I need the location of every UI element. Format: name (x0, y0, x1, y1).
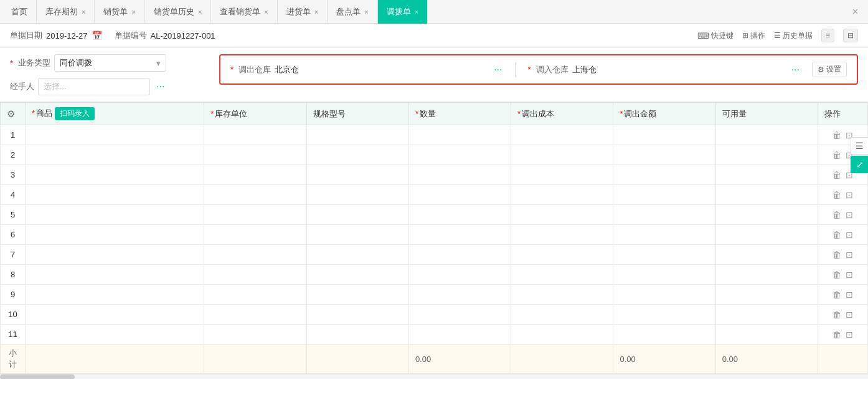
tab-view-sales-close[interactable]: × (264, 8, 268, 16)
copy-icon-7[interactable]: ⊡ (846, 250, 853, 260)
tab-transfer[interactable]: 调拨单 × (378, 0, 428, 24)
available-cell-10[interactable] (715, 305, 818, 325)
settings-button[interactable]: ⚙ 设置 (812, 62, 847, 77)
tab-purchase-order[interactable]: 进货单 × (278, 0, 328, 24)
available-cell-3[interactable] (715, 165, 818, 185)
qty-cell-3[interactable] (408, 165, 511, 185)
transfer-amount-cell-9[interactable] (613, 285, 715, 305)
tab-view-sales[interactable]: 查看销货单 × (211, 0, 277, 24)
spec-cell-6[interactable] (306, 225, 408, 245)
business-type-select[interactable]: 同价调拨 ▾ (54, 54, 166, 72)
qty-cell-6[interactable] (408, 225, 511, 245)
product-cell-7[interactable] (26, 245, 204, 265)
unit-cell-6[interactable] (204, 225, 306, 245)
unit-cell-8[interactable] (204, 265, 306, 285)
tab-sales-history-close[interactable]: × (198, 8, 202, 16)
transfer-cost-cell-2[interactable] (511, 145, 613, 165)
transfer-cost-cell-7[interactable] (511, 245, 613, 265)
delete-icon-9[interactable]: 🗑 (833, 290, 841, 300)
copy-icon-11[interactable]: ⊡ (846, 330, 853, 340)
delete-icon-11[interactable]: 🗑 (833, 330, 841, 340)
transfer-cost-cell-4[interactable] (511, 185, 613, 205)
delete-icon-5[interactable]: 🗑 (833, 210, 841, 220)
tab-inventory-init-close[interactable]: × (82, 8, 85, 16)
transfer-cost-cell-3[interactable] (511, 165, 613, 185)
delete-icon-8[interactable]: 🗑 (833, 270, 841, 280)
right-panel-list-btn[interactable]: ☰ (851, 137, 868, 155)
tab-inventory-init[interactable]: 库存期初 × (37, 0, 95, 24)
spec-cell-3[interactable] (306, 165, 408, 185)
qty-cell-4[interactable] (408, 185, 511, 205)
delete-icon-4[interactable]: 🗑 (833, 190, 841, 200)
product-cell-6[interactable] (26, 225, 204, 245)
transfer-cost-cell-9[interactable] (511, 285, 613, 305)
delete-icon-3[interactable]: 🗑 (833, 170, 841, 180)
transfer-amount-cell-6[interactable] (613, 225, 715, 245)
available-cell-2[interactable] (715, 145, 818, 165)
transfer-cost-cell-6[interactable] (511, 225, 613, 245)
qty-cell-10[interactable] (408, 305, 511, 325)
product-cell-5[interactable] (26, 205, 204, 225)
tab-sales-order-close[interactable]: × (131, 8, 135, 16)
transfer-cost-cell-10[interactable] (511, 305, 613, 325)
spec-cell-9[interactable] (306, 285, 408, 305)
product-cell-4[interactable] (26, 185, 204, 205)
spec-cell-11[interactable] (306, 325, 408, 345)
qty-cell-8[interactable] (408, 265, 511, 285)
delete-icon-7[interactable]: 🗑 (833, 250, 841, 260)
product-cell-11[interactable] (26, 325, 204, 345)
product-cell-8[interactable] (26, 265, 204, 285)
layout-btn-1[interactable]: ≡ (821, 29, 834, 42)
gear-column-header[interactable]: ⚙ (1, 103, 26, 125)
qty-cell-7[interactable] (408, 245, 511, 265)
spec-cell-8[interactable] (306, 265, 408, 285)
unit-cell-5[interactable] (204, 205, 306, 225)
tab-stocktake[interactable]: 盘点单 × (328, 0, 377, 24)
available-cell-8[interactable] (715, 265, 818, 285)
product-cell-10[interactable] (26, 305, 204, 325)
available-cell-9[interactable] (715, 285, 818, 305)
spec-cell-10[interactable] (306, 305, 408, 325)
right-panel-expand-btn[interactable]: ⤢ (851, 156, 868, 173)
available-cell-11[interactable] (715, 325, 818, 345)
copy-icon-4[interactable]: ⊡ (846, 190, 853, 200)
transfer-cost-cell-1[interactable] (511, 125, 613, 145)
copy-icon-6[interactable]: ⊡ (846, 230, 853, 240)
product-cell-2[interactable] (26, 145, 204, 165)
available-cell-7[interactable] (715, 245, 818, 265)
delete-icon-6[interactable]: 🗑 (833, 230, 841, 240)
transfer-cost-cell-8[interactable] (511, 265, 613, 285)
qty-cell-11[interactable] (408, 325, 511, 345)
horizontal-scrollbar[interactable] (0, 374, 868, 379)
tab-stocktake-close[interactable]: × (364, 8, 368, 16)
copy-icon-5[interactable]: ⊡ (846, 210, 853, 220)
available-cell-4[interactable] (715, 185, 818, 205)
spec-cell-7[interactable] (306, 245, 408, 265)
unit-cell-4[interactable] (204, 185, 306, 205)
table-settings-icon[interactable]: ⚙ (7, 108, 15, 119)
wh-out-more-icon[interactable]: ··· (494, 64, 502, 75)
qty-cell-1[interactable] (408, 125, 511, 145)
product-cell-9[interactable] (26, 285, 204, 305)
calendar-icon[interactable]: 📅 (92, 31, 102, 40)
qty-cell-9[interactable] (408, 285, 511, 305)
qty-cell-5[interactable] (408, 205, 511, 225)
transfer-cost-cell-5[interactable] (511, 205, 613, 225)
history-button[interactable]: ☰ 历史单据 (774, 31, 813, 41)
scan-button[interactable]: 扫码录入 (55, 107, 95, 120)
transfer-amount-cell-10[interactable] (613, 305, 715, 325)
spec-cell-4[interactable] (306, 185, 408, 205)
transfer-amount-cell-1[interactable] (613, 125, 715, 145)
tab-sales-order[interactable]: 销货单 × (95, 0, 144, 24)
copy-icon-8[interactable]: ⊡ (846, 270, 853, 280)
layout-btn-2[interactable]: ⊟ (843, 29, 858, 42)
scrollbar-thumb[interactable] (0, 374, 75, 379)
transfer-amount-cell-2[interactable] (613, 145, 715, 165)
copy-icon-10[interactable]: ⊡ (846, 310, 853, 320)
tab-sales-history[interactable]: 销货单历史 × (145, 0, 211, 24)
unit-cell-10[interactable] (204, 305, 306, 325)
product-cell-1[interactable] (26, 125, 204, 145)
delete-icon-1[interactable]: 🗑 (833, 130, 841, 140)
available-cell-5[interactable] (715, 205, 818, 225)
transfer-amount-cell-7[interactable] (613, 245, 715, 265)
